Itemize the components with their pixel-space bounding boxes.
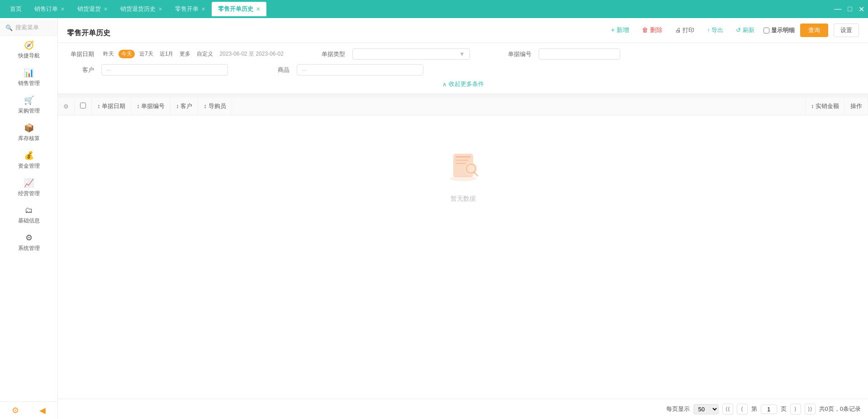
page-label-end: 页 (781, 405, 787, 413)
sidebar-search-label: 搜索菜单 (15, 24, 39, 32)
customer-input[interactable]: ··· (101, 64, 228, 75)
purchase-icon: 🛒 (24, 95, 34, 105)
date-custom[interactable]: 自定义 (195, 50, 215, 58)
data-table: ⚙ ↕ 单据日期 ↕ 单据编号 (58, 98, 868, 115)
tab-sales-order[interactable]: 销售订单 ✕ (28, 2, 71, 16)
query-button[interactable]: 查询 (800, 24, 828, 37)
pagination: 每页显示 10 20 50 100 ⟨⟨ ⟨ 第 页 ⟩ ⟩⟩ 共0页，0条记录 (58, 399, 868, 419)
date-7days[interactable]: 近7天 (138, 50, 155, 58)
date-1month[interactable]: 近1月 (158, 50, 175, 58)
doc-no-input[interactable] (539, 48, 620, 60)
close-sales-order-icon[interactable]: ✕ (61, 6, 65, 12)
nav-icon: 🧭 (24, 40, 34, 50)
close-retail-history-icon[interactable]: ✕ (256, 6, 260, 12)
show-detail-label: 显示明细 (771, 26, 795, 34)
svg-rect-3 (455, 160, 468, 161)
show-detail-checkbox[interactable]: 显示明细 (764, 26, 795, 34)
add-button[interactable]: + 新增 (607, 24, 633, 36)
export-button[interactable]: ↑ 导出 (703, 24, 727, 36)
date-today[interactable]: 今天 (119, 50, 135, 58)
window-max-icon[interactable]: □ (848, 5, 852, 14)
header-actions: + 新增 🗑 删除 🖨 打印 ↑ 导出 ↺ 刷新 显示明细 查询 设置 (607, 24, 859, 42)
svg-line-7 (474, 172, 478, 176)
sales-icon: 📊 (24, 68, 34, 78)
next-page-btn[interactable]: ⟩ (790, 404, 801, 414)
goods-input[interactable]: ··· (297, 64, 423, 75)
sidebar-settings-icon[interactable]: ⚙ (12, 405, 19, 415)
delete-button[interactable]: 🗑 删除 (638, 24, 666, 36)
sidebar-item-basic[interactable]: 🗂 基础信息 (0, 201, 57, 228)
sidebar-item-nav[interactable]: 🧭 快捷导航 (0, 36, 57, 63)
sidebar-item-sales[interactable]: 📊 销售管理 (0, 63, 57, 91)
date-filter-label: 单据日期 (67, 50, 94, 58)
tab-sales-return-history[interactable]: 销货退货历史 ✕ (114, 2, 169, 16)
sidebar-search[interactable]: 🔍 搜索菜单 (0, 20, 57, 36)
sidebar-collapse-icon[interactable]: ◀ (39, 405, 46, 415)
customer-dots: ··· (106, 66, 111, 73)
tab-retail-history[interactable]: 零售开单历史 ✕ (212, 2, 266, 16)
business-icon: 📈 (24, 178, 34, 188)
setting-button[interactable]: 设置 (834, 24, 859, 37)
system-icon: ⚙ (25, 233, 33, 243)
sidebar-item-basic-label: 基础信息 (18, 217, 40, 225)
last-page-btn[interactable]: ⟩⟩ (805, 404, 816, 414)
window-close-icon[interactable]: ✕ (859, 5, 864, 14)
empty-illustration (441, 142, 486, 188)
table-area: ⚙ ↕ 单据日期 ↕ 单据编号 (58, 98, 868, 419)
tab-sales-return[interactable]: 销货退货 ✕ (71, 2, 114, 16)
date-yesterday[interactable]: 昨天 (101, 50, 116, 58)
empty-state: 暂无数据 (58, 115, 868, 230)
basic-icon: 🗂 (25, 206, 33, 215)
sidebar-item-purchase-label: 采购管理 (18, 107, 40, 115)
gear-settings-icon[interactable]: ⚙ (63, 103, 69, 110)
col-customer: ↕ 客户 (171, 98, 198, 115)
tab-retail-order[interactable]: 零售开单 ✕ (169, 2, 212, 16)
page-size-select[interactable]: 10 20 50 100 (693, 404, 719, 414)
col-salesperson: ↕ 导购员 (198, 98, 232, 115)
close-sales-return-history-icon[interactable]: ✕ (158, 6, 162, 12)
sidebar-item-inventory[interactable]: 📦 库存核算 (0, 118, 57, 146)
select-all-checkbox[interactable] (80, 103, 86, 108)
sidebar-item-purchase[interactable]: 🛒 采购管理 (0, 91, 57, 118)
collapse-btn[interactable]: ∧ 收起更多条件 (442, 80, 484, 88)
doc-type-label: 单据类型 (318, 50, 345, 58)
date-shortcuts: 昨天 今天 近7天 近1月 更多 自定义 2023-06-02 至 2023-0… (101, 50, 284, 58)
sidebar: 🔍 搜索菜单 🧭 快捷导航 📊 销售管理 🛒 采购管理 📦 库存核算 💰 资金管… (0, 18, 58, 419)
content-area: 零售开单历史 + 新增 🗑 删除 🖨 打印 ↑ 导出 ↺ 刷新 显示明细 查询 … (58, 18, 868, 419)
svg-rect-2 (455, 156, 471, 158)
total-text: 共0页，0条记录 (819, 405, 861, 413)
print-button[interactable]: 🖨 打印 (672, 24, 698, 36)
first-page-btn[interactable]: ⟨⟨ (722, 404, 733, 414)
empty-text: 暂无数据 (451, 195, 476, 203)
filter-area: 单据日期 昨天 今天 近7天 近1月 更多 自定义 2023-06-02 至 2… (58, 43, 868, 94)
close-retail-order-icon[interactable]: ✕ (201, 6, 205, 12)
svg-rect-4 (455, 163, 466, 164)
collapse-text: 收起更多条件 (449, 80, 484, 88)
page-input[interactable] (761, 405, 777, 414)
tab-sales-return-history-label: 销货退货历史 (120, 5, 156, 13)
top-tab-bar: 首页 销售订单 ✕ 销货退货 ✕ 销货退货历史 ✕ 零售开单 ✕ 零售开单历史 … (0, 0, 868, 18)
goods-label: 商品 (262, 66, 289, 74)
sidebar-item-system[interactable]: ⚙ 系统管理 (0, 228, 57, 256)
tab-home-label: 首页 (10, 5, 22, 13)
window-controls: — □ ✕ (834, 5, 864, 14)
refresh-button[interactable]: ↺ 刷新 (732, 24, 758, 36)
prev-page-btn[interactable]: ⟨ (737, 404, 748, 414)
window-min-icon[interactable]: — (834, 5, 841, 14)
date-more[interactable]: 更多 (178, 50, 192, 58)
filter-row-2: 客户 ··· 商品 ··· (67, 64, 859, 75)
close-sales-return-icon[interactable]: ✕ (104, 6, 108, 12)
sidebar-item-business-label: 经营管理 (18, 190, 40, 198)
finance-icon: 💰 (24, 151, 34, 160)
sidebar-item-finance[interactable]: 💰 资金管理 (0, 146, 57, 174)
search-icon: 🔍 (5, 24, 13, 31)
show-detail-input[interactable] (764, 28, 769, 33)
tab-retail-history-label: 零售开单历史 (218, 5, 253, 13)
doc-type-select[interactable]: ▼ (352, 48, 470, 60)
doc-no-label: 单据编号 (504, 50, 531, 58)
per-page-label: 每页显示 (666, 405, 690, 413)
sidebar-item-business[interactable]: 📈 经营管理 (0, 174, 57, 201)
doc-type-dropdown-icon: ▼ (459, 51, 465, 57)
inventory-icon: 📦 (24, 123, 34, 133)
tab-home[interactable]: 首页 (4, 2, 28, 16)
